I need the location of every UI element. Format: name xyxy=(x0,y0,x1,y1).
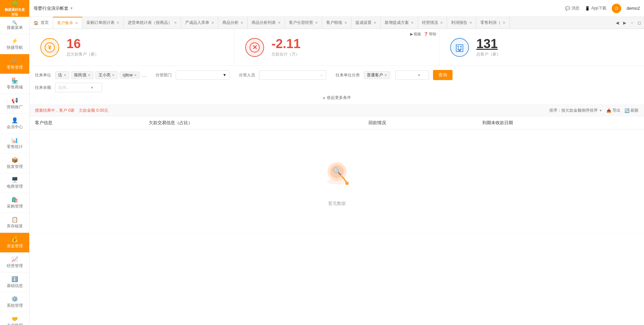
result-prefix: 搜索结果中，客户 xyxy=(35,108,67,113)
tab-goods-analysis-list[interactable]: 商品分析列表 ✕ xyxy=(248,17,285,29)
refresh-button[interactable]: 🔄 刷新 xyxy=(625,108,639,113)
balance-select[interactable]: 选择... ▼ xyxy=(55,83,102,92)
tab-close-production[interactable]: ✕ xyxy=(211,21,214,25)
tab-next-button[interactable]: ▶ xyxy=(621,20,628,26)
tab-retail-profit[interactable]: 零售利润（ ✕ xyxy=(476,17,510,29)
tab-close-purchase-stat[interactable]: ✕ xyxy=(174,21,177,25)
tab-purchase-order[interactable]: 采购订单统计表 ✕ xyxy=(82,17,124,29)
refresh-label: 刷新 xyxy=(631,108,639,113)
sidebar-item-inventory[interactable]: 📋 库存核算 xyxy=(0,213,29,233)
category-select[interactable]: ▼ xyxy=(395,70,429,80)
sidebar-item-retail-stat[interactable]: 📊 零售统计 xyxy=(0,134,29,153)
sidebar-item-label: 库存核算 xyxy=(0,223,29,229)
sidebar-item-label: 电商管理 xyxy=(0,184,29,189)
account-selector[interactable]: 母婴行业演示帐套 ▼ xyxy=(34,5,73,11)
tab-remind-setting[interactable]: 提成设置 ✕ xyxy=(351,17,381,29)
sidebar-item-quick-nav[interactable]: ⚡ 快捷导航 xyxy=(0,34,29,54)
stat-circle-2: ✕ xyxy=(245,38,264,57)
username[interactable]: demo2 xyxy=(627,6,640,11)
help-link[interactable]: ❓ 帮助 xyxy=(424,32,436,37)
unit-tag-cjttcw-close[interactable]: ✕ xyxy=(134,73,137,77)
tab-goods-analysis[interactable]: 商品分析 ✕ xyxy=(218,17,248,29)
unit-tag-chen-close[interactable]: ✕ xyxy=(88,73,90,77)
tab-production[interactable]: 产成品入库单 ✕ xyxy=(181,17,218,29)
sidebar-item-purchase[interactable]: 🛍️ 采购管理 xyxy=(0,193,29,213)
tab-close-profit-report[interactable]: ✕ xyxy=(469,21,472,25)
tab-customer-layer[interactable]: 客户分层经营 ✕ xyxy=(285,17,322,29)
collapse-filters-button[interactable]: ∧ 收起更多条件 xyxy=(35,95,639,101)
stat-content-1: 16 总欠款客户（家） xyxy=(67,37,99,57)
unit-tag-wang: 王小亮 ✕ xyxy=(95,71,118,79)
sidebar-item-basic-info[interactable]: ℹ️ 基础信息 xyxy=(0,273,29,292)
quick-nav-icon: ⚡ xyxy=(0,38,29,44)
tab-customer-contact[interactable]: 客户联络 ✕ xyxy=(322,17,351,29)
ecommerce-icon: 🖥️ xyxy=(0,177,29,183)
export-button[interactable]: 📤 导出 xyxy=(606,108,620,113)
finance-icon: 💰 xyxy=(0,236,29,243)
tab-purchase-stat-label: 进货单统计表（按商品） xyxy=(128,20,172,26)
tab-close-customer-layer[interactable]: ✕ xyxy=(315,21,318,25)
sidebar-item-ecommerce[interactable]: 🖥️ 电商管理 xyxy=(0,173,29,193)
tab-close-new-plan[interactable]: ✕ xyxy=(411,21,414,25)
tab-close-goods-analysis[interactable]: ✕ xyxy=(241,21,243,25)
message-button[interactable]: 💬 消息 xyxy=(565,5,579,11)
sidebar-item-finance[interactable]: 💰 资金管理 xyxy=(0,233,29,253)
retail-stat-icon: 📊 xyxy=(0,137,29,143)
sidebar-item-marketing[interactable]: 📢 营销推广 xyxy=(0,94,29,114)
unit-tag-wang-close[interactable]: ✕ xyxy=(112,73,115,77)
message-label: 消息 xyxy=(571,5,579,11)
tab-close-retail-profit[interactable]: ✕ xyxy=(503,21,505,25)
unit-filter-more[interactable]: ... xyxy=(142,72,146,78)
unit-tag-chen: 陈民强 ✕ xyxy=(71,71,93,79)
tab-close-customer-contact[interactable]: ✕ xyxy=(344,21,347,25)
tab-maximize-button[interactable]: ◻ xyxy=(636,20,643,26)
tab-close-purchase-order[interactable]: ✕ xyxy=(117,21,119,25)
tab-purchase-stat[interactable]: 进货单统计表（按商品） ✕ xyxy=(124,17,181,29)
tab-close-operation[interactable]: ✕ xyxy=(440,21,443,25)
sidebar-item-operation-mgr[interactable]: 📈 经营管理 xyxy=(0,253,29,273)
stats-row: ¥ 16 总欠款客户（家） ✕ xyxy=(30,29,644,66)
person-filter-input[interactable]: ··· xyxy=(259,70,326,80)
sidebar-item-member[interactable]: 👤 会员中心 xyxy=(0,114,29,134)
chevron-down-icon: ▼ xyxy=(222,73,226,77)
tab-operation[interactable]: 经营情况 ✕ xyxy=(418,17,447,29)
stat-number-2: -2.11 xyxy=(271,37,301,50)
person-more-icon[interactable]: ··· xyxy=(320,73,323,77)
unit-tag-wu-close[interactable]: ✕ xyxy=(63,73,66,77)
result-actions: 排序：按欠款金额倒序排序 ▼ 📤 导出 🔄 刷新 xyxy=(549,108,639,113)
category-tag-normal-close[interactable]: ✕ xyxy=(384,73,387,77)
tab-home[interactable]: 🏠 首页 xyxy=(30,17,53,29)
sidebar-item-retail-mall[interactable]: 🏪 零售商城 xyxy=(0,74,29,94)
sidebar-item-enterprise[interactable]: 🤝 企业协同 xyxy=(0,312,29,325)
query-button[interactable]: 查询 xyxy=(433,70,453,80)
sidebar-item-wholesale[interactable]: 📦 批发管理 xyxy=(0,153,29,173)
sidebar-item-retail[interactable]: 🛒 零售管理 xyxy=(0,54,29,74)
tab-arrears[interactable]: 客户账本 ✕ xyxy=(53,17,82,29)
tab-minimize-button[interactable]: − xyxy=(629,20,635,26)
logo-icon: 🍀 xyxy=(11,0,18,7)
dept-filter-input[interactable]: ▼ xyxy=(176,70,229,80)
tab-prev-button[interactable]: ◀ xyxy=(614,20,620,26)
sort-selector[interactable]: 排序：按欠款金额倒序排序 ▼ xyxy=(549,108,602,113)
tab-close-goods-analysis-list[interactable]: ✕ xyxy=(278,21,281,25)
inventory-icon: 📋 xyxy=(0,216,29,223)
sort-label: 排序：按欠款金额倒序排序 xyxy=(549,108,598,113)
amount-number: 0.00 xyxy=(96,108,104,113)
sidebar-item-search[interactable]: 🔍 搜索菜单 xyxy=(0,17,29,34)
person-filter-label: 分管人员 xyxy=(239,72,255,78)
sidebar-item-system[interactable]: ⚙️ 系统管理 xyxy=(0,292,29,312)
tab-close-remind-setting[interactable]: ✕ xyxy=(374,21,376,25)
video-link[interactable]: ▶ 视频 xyxy=(410,32,421,37)
avatar[interactable]: D xyxy=(612,4,621,13)
unit-tag-wu-label: 伍 xyxy=(58,72,62,78)
topbar-right: 💬 消息 📱 App下载 D demo2 xyxy=(565,4,640,13)
tab-profit-report[interactable]: 利润报告 ✕ xyxy=(447,17,476,29)
tab-new-plan[interactable]: 新增提成方案 ✕ xyxy=(381,17,418,29)
help-label: 帮助 xyxy=(429,32,436,37)
empty-state: 🔍 暂无数据 xyxy=(30,130,644,233)
stat-total-all-customers: 131 总客户（家） xyxy=(439,29,644,66)
sidebar-item-label: 会员中心 xyxy=(0,124,29,130)
data-table: 客户信息 欠款交易信息（占比） 回款情况 到期未收款日期 xyxy=(30,116,644,234)
tab-close-arrears[interactable]: ✕ xyxy=(75,21,78,25)
app-download-button[interactable]: 📱 App下载 xyxy=(585,5,606,11)
